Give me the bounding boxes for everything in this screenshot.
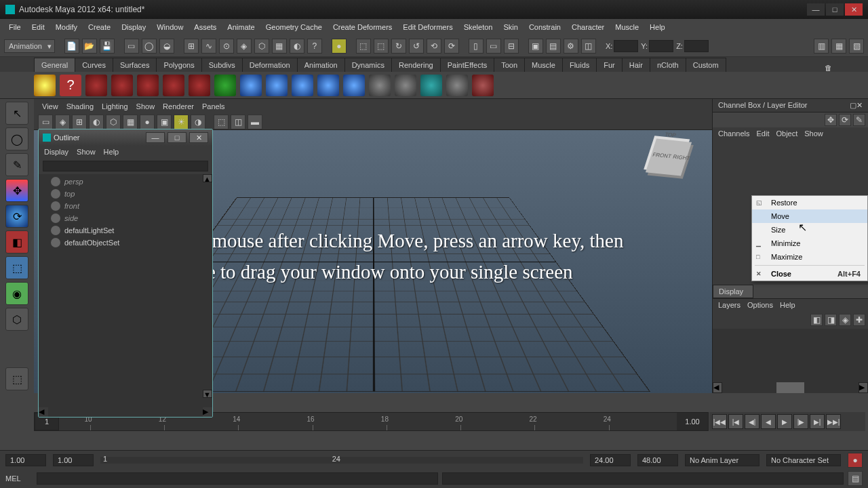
minimize-button[interactable]: — xyxy=(807,3,825,16)
layout-3-icon[interactable]: ⊟ xyxy=(504,39,519,54)
viewcube-front[interactable]: FRONT xyxy=(652,152,672,160)
outliner-item-top[interactable]: top xyxy=(39,188,212,200)
menu-display[interactable]: Display xyxy=(117,20,151,34)
shelf-tab-fluids[interactable]: Fluids xyxy=(562,58,597,72)
sidebar-toggle-1-icon[interactable]: ▥ xyxy=(814,39,829,54)
anim-layer-dropdown[interactable]: No Anim Layer xyxy=(685,454,760,466)
menu-edit-deformers[interactable]: Edit Deformers xyxy=(398,20,457,34)
range-end-inner-field[interactable]: 24.00 xyxy=(590,454,631,466)
shelf-icon-11[interactable] xyxy=(292,75,313,96)
paint-select-icon[interactable]: ◒ xyxy=(159,39,174,54)
context-move[interactable]: Move xyxy=(752,209,867,223)
range-start-field[interactable]: 1.00 xyxy=(5,454,46,466)
menu-help[interactable]: Help xyxy=(645,20,670,34)
layer-menu-layers[interactable]: Layers xyxy=(718,301,741,310)
input-1-icon[interactable]: ⬚ xyxy=(356,39,371,54)
vp-tex-icon[interactable]: ▣ xyxy=(157,115,172,129)
panel-close-icon[interactable]: ▢✕ xyxy=(850,101,863,110)
shelf-icon-12[interactable] xyxy=(317,75,339,96)
outliner-item-side[interactable]: side xyxy=(39,212,212,224)
vp-shadow-icon[interactable]: ◑ xyxy=(191,115,205,129)
save-scene-icon[interactable]: 💾 xyxy=(100,39,115,54)
snap-live-icon[interactable]: ⬡ xyxy=(254,39,269,54)
help-icon[interactable]: ? xyxy=(307,39,322,54)
menu-modify[interactable]: Modify xyxy=(51,20,82,34)
snap-view-icon[interactable]: ▦ xyxy=(272,39,287,54)
vp-icon-2[interactable]: ◈ xyxy=(55,115,70,129)
input-2-icon[interactable]: ⬚ xyxy=(374,39,389,54)
shelf-icon-5[interactable] xyxy=(137,75,159,96)
shelf-tab-curves[interactable]: Curves xyxy=(75,58,113,72)
play-forward-button[interactable]: ▶ xyxy=(777,414,792,429)
cb-tool-2-icon[interactable]: ⟳ xyxy=(839,114,851,126)
shelf-tab-animation[interactable]: Animation xyxy=(297,58,345,72)
shelf-tab-general[interactable]: General xyxy=(34,58,75,72)
lasso-icon[interactable]: ◯ xyxy=(142,39,157,54)
goto-start-button[interactable]: |◀◀ xyxy=(712,414,727,429)
outliner-menu-show[interactable]: Show xyxy=(77,148,96,157)
shelf-tab-fur[interactable]: Fur xyxy=(596,58,623,72)
input-6-icon[interactable]: ⟳ xyxy=(444,39,459,54)
context-minimize[interactable]: ▁Minimize xyxy=(752,237,867,250)
display-tab[interactable]: Display xyxy=(713,285,753,298)
menu-geometry-cache[interactable]: Geometry Cache xyxy=(261,20,327,34)
render-icon[interactable]: ● xyxy=(332,39,347,54)
outliner-filter-input[interactable] xyxy=(43,161,208,171)
render-settings-icon[interactable]: ⚙ xyxy=(564,39,578,54)
vp-menu-panels[interactable]: Panels xyxy=(202,102,225,110)
shelf-icon-3[interactable] xyxy=(85,75,107,96)
vp-wire-icon[interactable]: ▦ xyxy=(123,115,138,129)
step-back-key-button[interactable]: |◀ xyxy=(728,414,743,429)
shelf-tab-subdivs[interactable]: Subdivs xyxy=(201,58,243,72)
shelf-tab-custom[interactable]: Custom xyxy=(686,58,726,72)
viewcube[interactable]: TOP FRONT RIGHT xyxy=(651,140,698,187)
play-back-button[interactable]: ◀ xyxy=(761,414,776,429)
outliner-minimize-button[interactable]: — xyxy=(146,132,165,143)
last-tool[interactable]: ⬚ xyxy=(5,367,28,390)
vp-light-icon[interactable]: ☀ xyxy=(174,115,189,129)
snap-orient-icon[interactable]: ◐ xyxy=(290,39,304,54)
maximize-button[interactable]: □ xyxy=(826,3,844,16)
shelf-icon-18[interactable] xyxy=(472,75,494,96)
input-4-icon[interactable]: ↺ xyxy=(409,39,424,54)
cb-menu-object[interactable]: Object xyxy=(776,129,797,139)
close-button[interactable]: ✕ xyxy=(845,3,863,16)
outliner-menu-help[interactable]: Help xyxy=(104,148,119,157)
shelf-tab-dynamics[interactable]: Dynamics xyxy=(344,58,392,72)
goto-end-button[interactable]: ▶▶| xyxy=(826,414,841,429)
range-end-field[interactable]: 48.00 xyxy=(637,454,678,466)
outliner-maximize-button[interactable]: □ xyxy=(167,132,186,143)
shelf-icon-8[interactable] xyxy=(214,75,236,96)
open-scene-icon[interactable]: 📂 xyxy=(82,39,97,54)
select-icon[interactable]: ▭ xyxy=(124,39,139,54)
shelf-tab-ncloth[interactable]: nCloth xyxy=(650,58,686,72)
ipr-icon[interactable]: ▣ xyxy=(528,39,543,54)
shelf-icon-2[interactable]: ? xyxy=(60,75,81,96)
coord-z-input[interactable] xyxy=(684,40,709,52)
cb-tool-3-icon[interactable]: ✎ xyxy=(853,114,865,126)
range-start-inner-field[interactable]: 1.00 xyxy=(53,454,94,466)
shelf-icon-7[interactable] xyxy=(189,75,210,96)
shelf-icon-4[interactable] xyxy=(111,75,133,96)
vp-icon-3[interactable]: ⊞ xyxy=(72,115,87,129)
move-tool[interactable]: ✥ xyxy=(5,179,28,202)
select-tool[interactable]: ↖ xyxy=(5,102,28,125)
manip-tool[interactable]: ⬚ xyxy=(5,256,28,279)
layer-menu-options[interactable]: Options xyxy=(747,301,773,310)
shelf-tab-surfaces[interactable]: Surfaces xyxy=(113,58,157,72)
outliner-titlebar[interactable]: Outliner — □ ✕ xyxy=(39,129,212,146)
step-forward-button[interactable]: |▶ xyxy=(793,414,808,429)
render-view-icon[interactable]: ▤ xyxy=(546,39,561,54)
shelf-tab-polygons[interactable]: Polygons xyxy=(156,58,201,72)
cb-menu-edit[interactable]: Edit xyxy=(756,129,769,139)
show-manip-tool[interactable]: ⬡ xyxy=(5,308,28,331)
context-maximize[interactable]: □Maximize xyxy=(752,250,867,264)
layout-2-icon[interactable]: ▭ xyxy=(486,39,501,54)
snap-grid-icon[interactable]: ⊞ xyxy=(184,39,199,54)
shelf-tab-muscle[interactable]: Muscle xyxy=(524,58,563,72)
vp-icon-5[interactable]: ⬡ xyxy=(106,115,121,129)
shelf-icon-10[interactable] xyxy=(266,75,288,96)
menu-file[interactable]: File xyxy=(4,20,26,34)
menu-constrain[interactable]: Constrain xyxy=(524,20,566,34)
layer-icon-4[interactable]: ✚ xyxy=(853,314,865,326)
